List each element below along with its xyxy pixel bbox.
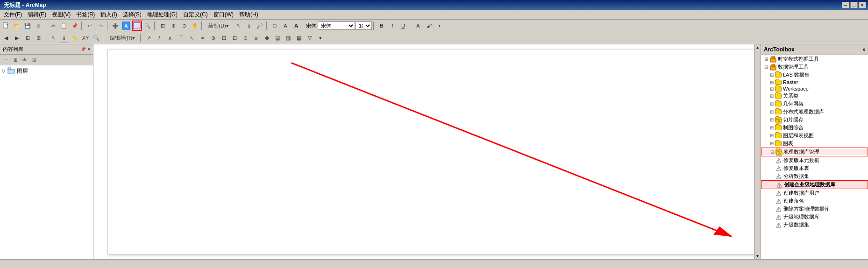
tree-item-relclass[interactable]: ⊞ 关系类 <box>761 92 868 100</box>
tree-item-create-role[interactable]: 创建角色 <box>761 197 868 205</box>
zoom-in-button[interactable]: ⊕ <box>168 21 178 31</box>
magnify-glass[interactable]: 🔍 <box>91 33 101 43</box>
tree-item-fixtable[interactable]: 修复版本表 <box>761 164 868 172</box>
tree-item-spatio[interactable]: ⊞ 时空模式挖掘工具 <box>761 55 868 63</box>
tree-item-workspace[interactable]: ⊞ Workspace <box>761 85 868 92</box>
zoom-extent[interactable]: ⊠ <box>33 33 43 43</box>
menu-customize[interactable]: 自定义(C) <box>180 10 211 20</box>
edit-tool-6[interactable]: ≈ <box>197 33 207 43</box>
text-tool[interactable]: A <box>280 21 291 31</box>
underline-button[interactable]: U <box>398 21 408 31</box>
tree-item-analyze[interactable]: 分析数据集 <box>761 172 868 180</box>
italic-button[interactable]: I <box>387 21 398 31</box>
find-tool[interactable]: 🔎 <box>255 21 265 31</box>
tree-item-chart[interactable]: ⊞ 图表 <box>761 140 868 148</box>
edit-tool-8[interactable]: ⊞ <box>219 33 229 43</box>
toc-layer-item[interactable]: ▽ 图层 <box>2 67 91 75</box>
menu-file[interactable]: 文件(F) <box>1 10 25 20</box>
font-size-combo[interactable]: 10 <box>356 21 372 30</box>
edit-tool-13[interactable]: ▤ <box>272 33 283 43</box>
print-button[interactable]: 🖨 <box>33 21 43 31</box>
paste-button[interactable]: 📌 <box>70 21 80 31</box>
toc-pin-button[interactable]: 📌 × <box>80 47 90 52</box>
scroll-down-button[interactable]: ▼ <box>754 253 761 259</box>
edit-tool-12[interactable]: ⊗ <box>262 33 272 43</box>
tree-item-raster[interactable]: ⊞ Raster <box>761 79 868 85</box>
menu-window[interactable]: 窗口(W) <box>211 10 236 20</box>
edit-tool-4[interactable]: ⌒ <box>176 33 186 43</box>
close-button[interactable]: ✕ <box>859 2 866 8</box>
arrow-tool[interactable]: ↖ <box>48 33 58 43</box>
toc-list-view[interactable]: ≡ <box>2 56 10 63</box>
tree-item-upgrade-gdb[interactable]: 升级地理数据库 <box>761 213 868 221</box>
full-extent-button[interactable]: ⊞ <box>157 21 168 31</box>
edit-tool-9[interactable]: ⊟ <box>229 33 240 43</box>
identify-tool[interactable]: ℹ <box>244 21 254 31</box>
tree-item-create-dbuser[interactable]: 创建数据库用户 <box>761 189 868 197</box>
nav-forward[interactable]: ▶ <box>12 33 22 43</box>
font-color-button[interactable]: A <box>413 21 423 31</box>
draw-rect-tool[interactable]: □ <box>270 21 280 31</box>
tree-item-distgdb[interactable]: ⊞ 分布式地理数据库 <box>761 108 868 116</box>
edit-tool-15[interactable]: ▦ <box>294 33 304 43</box>
pan-view[interactable]: ⊞ <box>22 33 33 43</box>
redo-button[interactable]: ↪ <box>95 21 106 31</box>
draw-dropdown[interactable]: 绘制(D)▾ <box>205 21 233 31</box>
highlight-button[interactable]: 🖌 <box>424 21 434 31</box>
tree-item-create-egdb[interactable]: 创建企业级地理数据库 <box>761 180 868 189</box>
arctools-close-button[interactable]: × <box>862 47 865 52</box>
cut-button[interactable]: ✂ <box>48 21 58 31</box>
menu-help[interactable]: 帮助(H) <box>236 10 261 20</box>
menu-view[interactable]: 视图(V) <box>49 10 73 20</box>
zoom-out-button[interactable]: ⊖ <box>179 21 189 31</box>
tree-item-layertable[interactable]: ⊞ 图层和表视图 <box>761 132 868 140</box>
nav-back[interactable]: ◀ <box>1 33 11 43</box>
tree-item-geonet[interactable]: ⊞ 几何网络 <box>761 100 868 108</box>
measure-tool[interactable]: 📏 <box>70 33 80 43</box>
zoom-button[interactable]: 🔍 <box>142 21 153 31</box>
tree-item-fixmeta[interactable]: 修复版本元数据 <box>761 156 868 164</box>
open-button[interactable]: 📂 <box>12 21 22 31</box>
bold-tool[interactable]: 𝗔 <box>291 21 301 31</box>
edit-tool-1[interactable]: ↗ <box>143 33 154 43</box>
maximize-button[interactable]: □ <box>850 2 858 8</box>
minimize-button[interactable]: ─ <box>842 2 849 8</box>
toc-source-view[interactable]: ⊞ <box>11 56 20 63</box>
select-tool[interactable]: ↖ <box>233 21 243 31</box>
tree-item-gdbmgr[interactable]: ⊟ 地理数据库管理 <box>761 148 868 156</box>
bold-button[interactable]: B <box>377 21 387 31</box>
color-button[interactable]: • <box>434 21 445 31</box>
tree-item-del-schema[interactable]: 删除方案地理数据库 <box>761 205 868 213</box>
tree-item-upgrade-dataset[interactable]: 升级数据集 <box>761 221 868 229</box>
vertical-scrollbar[interactable]: ▲ ▼ <box>754 44 761 259</box>
new-button[interactable] <box>1 21 11 31</box>
edit-tool-7[interactable]: ⊕ <box>208 33 218 43</box>
menu-geoprocessing[interactable]: 地理处理(G) <box>144 10 180 20</box>
edit-tool-16[interactable]: ▽ <box>305 33 315 43</box>
tree-item-tilecache[interactable]: ⊞ 切片缓存 <box>761 116 868 124</box>
toolbar-overflow[interactable]: ▾ <box>315 33 326 43</box>
tree-item-las[interactable]: ⊞ LAS 数据集 <box>761 71 868 79</box>
edit-tool-10[interactable]: ⊙ <box>240 33 250 43</box>
tree-item-datamanage[interactable]: ⊟ 数据管理工具 <box>761 63 868 71</box>
menu-bookmark[interactable]: 书签(B) <box>73 10 98 20</box>
editor-dropdown[interactable]: 编辑器(R)▾ <box>106 33 139 43</box>
toc-vis-view[interactable]: 👁 <box>21 56 29 63</box>
info-tool[interactable]: ℹ <box>59 33 69 43</box>
edit-tool-11[interactable]: ⌀ <box>251 33 261 43</box>
font-name-combo[interactable]: 宋体 <box>318 21 355 30</box>
active-tool-button[interactable]: ⬜ <box>132 21 142 31</box>
pan-button[interactable]: ✋ <box>190 21 200 31</box>
menu-select[interactable]: 选择(S) <box>120 10 144 20</box>
edit-tool-14[interactable]: ▥ <box>283 33 293 43</box>
menu-edit[interactable]: 编辑(E) <box>25 10 49 20</box>
edit-tool-2[interactable]: / <box>154 33 164 43</box>
toc-select-view[interactable]: ☑ <box>30 56 38 63</box>
tree-item-carto[interactable]: ⊞ 制图综合 <box>761 124 868 132</box>
save-button[interactable]: 💾 <box>22 21 33 31</box>
scroll-up-button[interactable]: ▲ <box>754 44 761 51</box>
xy-tool[interactable]: XY <box>80 33 91 43</box>
edit-tool-5[interactable]: ∿ <box>186 33 197 43</box>
edit-tool-3[interactable]: ∧ <box>165 33 175 43</box>
copy-button[interactable]: 📋 <box>59 21 69 31</box>
